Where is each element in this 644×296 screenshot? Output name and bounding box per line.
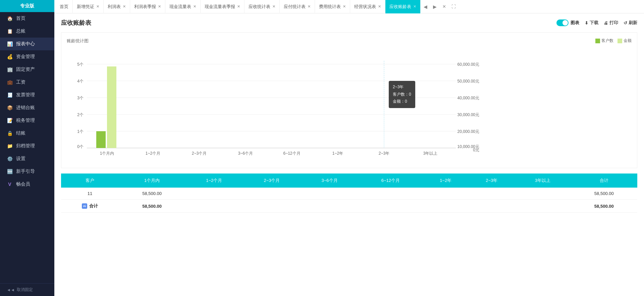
tab-expense[interactable]: 费用统计表 ✕ [315,0,350,13]
sidebar-item-tax[interactable]: 📝 税务管理 [0,114,54,127]
chart-svg: 5个 4个 3个 2个 1个 0个 60,000.00元 50,000.00元 … [67,47,483,161]
tab-next-button[interactable]: ▶ [430,2,439,11]
download-icon: ⬇ [585,20,588,26]
sidebar-item-invoice[interactable]: 🧾 发票管理 [0,89,54,101]
chart-toggle[interactable] [556,19,569,26]
tab-close-icon[interactable]: ✕ [308,4,311,9]
sidebar-item-label: 首页 [16,15,25,21]
data-table: 客户 1个月内 1~2个月 2~3个月 3~6个月 6~12个月 1~2年 2~… [61,174,637,213]
tab-ar-stat[interactable]: 应收统计表 ✕ [245,0,280,13]
member-icon: V [7,181,13,187]
tab-profit-q[interactable]: 利润表季报 ✕ [130,0,165,13]
cell-y2 [423,188,469,200]
cell-total-m12 [359,200,423,213]
sidebar-item-label: 资金管理 [16,54,35,60]
sidebar-item-setting[interactable]: ⚙️ 设置 [0,152,54,165]
sidebar-item-close[interactable]: 🔒 结账 [0,127,54,140]
cell-total-m2 [185,200,243,213]
tab-biz[interactable]: 经营状况表 ✕ [350,0,385,13]
tab-close-icon[interactable]: ✕ [272,4,275,9]
tab-close-icon[interactable]: ✕ [123,4,126,9]
tab-close-icon[interactable]: ✕ [158,4,161,9]
chart-area: 账龄统计图 客户数 金额 5个 4个 3个 2个 1个 [61,32,637,168]
tab-cashflow[interactable]: 现金流量表 ✕ [165,0,201,13]
download-button[interactable]: ⬇ 下载 [585,20,598,26]
tab-label: 利润表 [108,4,121,10]
pin-label: 取消固定 [17,287,33,293]
tab-ar-age[interactable]: 应收账龄表 ✕ [385,0,421,13]
tab-home[interactable]: 首页 [56,0,73,13]
legend-amount: 金额 [618,38,632,44]
svg-text:2~3个月: 2~3个月 [192,151,207,156]
sidebar-item-report[interactable]: 📊 报表中心 [0,38,54,50]
cell-total-label: Ai 合计 [61,200,119,213]
cell-total-m1: 58,500.00 [119,200,185,213]
tab-close-icon[interactable]: ✕ [413,4,416,9]
sidebar-item-ledger[interactable]: 📋 总账 [0,25,54,38]
svg-text:2个: 2个 [77,112,84,117]
tab-label: 经营状况表 [354,4,376,10]
legend-amount-label: 金额 [624,38,632,44]
sidebar-item-label: 固定资产 [16,66,35,72]
report-icon: 📊 [7,41,13,47]
sidebar-item-stock[interactable]: 📦 进销台账 [0,101,54,114]
legend-customers: 客户数 [595,38,613,44]
guide-icon: 🆕 [7,168,13,175]
svg-text:3个: 3个 [77,96,84,100]
cell-m3 [243,188,301,200]
pin-icon: ◄◄ [7,288,15,292]
svg-text:5个: 5个 [77,62,84,67]
print-icon: 🖨 [604,20,608,26]
main-area: 首页 新增凭证 ✕ 利润表 ✕ 利润表季报 ✕ 现金流量表 ✕ 现金流量表季报 … [54,0,644,296]
tab-prev-button[interactable]: ◀ [421,2,430,11]
tax-icon: 📝 [7,117,13,124]
refresh-button[interactable]: ↺ 刷新 [624,20,637,26]
total-text: 合计 [89,203,98,209]
tab-close-icon[interactable]: ✕ [193,4,196,9]
svg-text:1~2个月: 1~2个月 [146,151,160,156]
tab-close-icon[interactable]: ✕ [378,4,381,9]
tab-label: 应收账龄表 [389,4,411,10]
gear-icon: ⚙️ [7,156,13,162]
table-row: 11 58,500.00 58,500.00 [61,188,637,200]
app-logo: 专业版 [0,0,54,12]
svg-text:30,000.00元: 30,000.00元 [458,112,479,117]
cell-total-y2 [423,200,469,213]
col-header-m12: 6~12个月 [359,174,423,188]
refresh-label: 刷新 [629,20,637,26]
tab-voucher[interactable]: 新增凭证 ✕ [73,0,104,13]
tab-ap-stat[interactable]: 应付统计表 ✕ [280,0,315,13]
tab-profit[interactable]: 利润表 ✕ [104,0,130,13]
svg-text:1个: 1个 [77,129,84,134]
tab-close-all-button[interactable]: ✕ [439,2,449,11]
tab-label: 费用统计表 [319,4,341,10]
tab-close-icon[interactable]: ✕ [343,4,346,9]
chart-toggle-wrap: 图表 [556,19,579,26]
sidebar-item-label: 新手引导 [16,168,35,175]
tab-maximize-button[interactable]: ⛶ [449,2,458,11]
sidebar-item-asset[interactable]: 🏢 固定资产 [0,63,54,76]
legend-amount-color [618,39,622,43]
svg-text:50,000.00元: 50,000.00元 [458,79,479,84]
sidebar-item-archive[interactable]: 📁 归档管理 [0,140,54,152]
sidebar-item-guide[interactable]: 🆕 新手引导 [0,165,54,178]
sidebar-item-salary[interactable]: 💼 工资 [0,76,54,89]
ledger-icon: 📋 [7,28,13,34]
col-header-y3: 2~3年 [469,174,515,188]
cell-customer: 11 [61,188,119,200]
tab-cashflow-q[interactable]: 现金流量表季报 ✕ [201,0,245,13]
sidebar-item-home[interactable]: 🏠 首页 [0,12,54,25]
svg-text:3年以上: 3年以上 [423,151,438,156]
pin-toggle-button[interactable]: ◄◄ 取消固定 [0,283,54,296]
chart-title: 账龄统计图 [67,38,632,44]
sidebar-item-fund[interactable]: 💰 资金管理 [0,50,54,63]
col-header-customer: 客户 [61,174,119,188]
sidebar-item-label: 结账 [16,130,25,136]
print-button[interactable]: 🖨 打印 [604,20,618,26]
sidebar-item-label: 报表中心 [16,41,35,47]
cell-total-m3 [243,200,301,213]
tab-close-icon[interactable]: ✕ [96,4,99,9]
sidebar-item-member[interactable]: V 畅会员 [0,178,54,191]
tab-close-icon[interactable]: ✕ [237,4,240,9]
tab-label: 现金流量表 [169,4,191,10]
